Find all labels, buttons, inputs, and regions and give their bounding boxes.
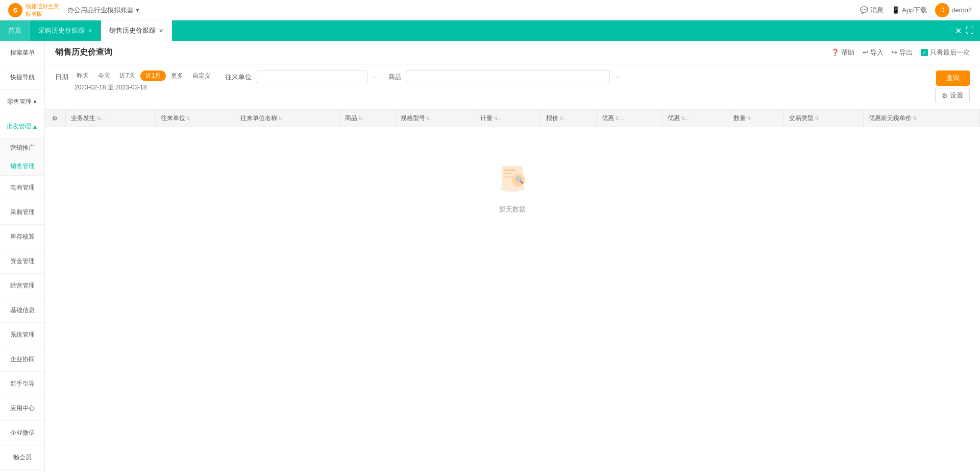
svg-rect-3 xyxy=(504,173,512,174)
date-range-display: 2023-02-18 至 2023-03-18 xyxy=(75,83,215,92)
tab-home[interactable]: 首页 xyxy=(0,20,30,41)
import-button[interactable]: ↩ 导入 xyxy=(863,48,884,57)
table-col-pretax-price[interactable]: 优惠前无税单价⇅ xyxy=(864,110,980,127)
table-col-discount2[interactable]: 优惠⇅... xyxy=(662,110,728,127)
table-col-partner-name[interactable]: 往来单位名称⇅ xyxy=(235,110,339,127)
sidebar-item-member[interactable]: 畅会员 xyxy=(0,445,44,470)
sidebar-item-marketing-promo[interactable]: 营销推广 xyxy=(0,139,44,157)
date-tab-7days[interactable]: 近7天 xyxy=(115,70,139,81)
date-tab-1month[interactable]: 近1月 xyxy=(140,70,166,81)
table-col-trade-type[interactable]: 交易类型⇅ xyxy=(783,110,864,127)
app-download-button[interactable]: 📱 App下载 xyxy=(892,6,927,15)
download-icon: 📱 xyxy=(892,6,900,14)
product-input[interactable] xyxy=(406,70,610,83)
export-button[interactable]: ↪ 导出 xyxy=(892,48,913,57)
sidebar-item-search-menu[interactable]: 搜索菜单 xyxy=(0,41,44,65)
sidebar-item-new-guide[interactable]: 新手引导 xyxy=(0,372,44,396)
table-col-partner-code[interactable]: 往来单位⇅ xyxy=(155,110,235,127)
app-selector[interactable]: 办公用品行业模拟账套 ▾ xyxy=(63,4,143,17)
date-tab-yesterday[interactable]: 昨天 xyxy=(72,70,93,81)
content-area: 销售历史价查询 ❓ 帮助 ↩ 导入 ↪ 导出 ✓ xyxy=(45,41,980,472)
header-left: 6 畅捷通好生意 标准版 办公用品行业模拟账套 ▾ xyxy=(8,3,143,17)
message-button[interactable]: 💬 消息 xyxy=(860,6,884,15)
partner-filter-label: 往来单位 xyxy=(225,70,252,82)
close-all-tabs-button[interactable]: ✕ xyxy=(955,26,962,36)
settings-button[interactable]: ⚙ 设置 xyxy=(935,88,970,103)
sidebar-item-retail-mgmt[interactable]: 零售管理 ▼ xyxy=(0,90,44,114)
table-col-quoted-price[interactable]: 报价⇅ xyxy=(541,110,596,127)
svg-text:🔍: 🔍 xyxy=(516,176,524,184)
product-more-icon[interactable]: ··· xyxy=(613,73,620,82)
sort-icon: ⇅ xyxy=(615,115,619,121)
logo-text: 畅捷通好生意 标准版 xyxy=(26,3,59,17)
page-content: 销售历史价查询 ❓ 帮助 ↩ 导入 ↪ 导出 ✓ xyxy=(45,41,980,472)
close-tab-sales[interactable]: ✕ xyxy=(159,28,163,34)
tab-sales-history[interactable]: 销售历史价跟踪 ✕ xyxy=(101,20,172,41)
partner-input[interactable] xyxy=(256,70,368,83)
sidebar-item-quick-nav[interactable]: 快捷导航 xyxy=(0,65,44,90)
sidebar-item-wholesale-mgmt[interactable]: 批发管理 ▲ xyxy=(0,114,44,139)
table-col-quantity[interactable]: 数量⇅ xyxy=(728,110,783,127)
product-input-group: ··· xyxy=(406,70,620,83)
sidebar-item-fund-mgmt[interactable]: 资金管理 xyxy=(0,249,44,274)
close-tab-purchase[interactable]: ✕ xyxy=(88,28,92,34)
sort-icon: ⇅ xyxy=(426,115,430,121)
table-header: ⚙ 业务发生⇅... 往来单位⇅ 往来单位名称⇅ 商品⇅ xyxy=(45,110,980,127)
logo-icon: 6 xyxy=(8,3,22,17)
sort-icon: ⇅ xyxy=(96,115,101,121)
sidebar-item-enterprise-wechat[interactable]: 企业微信 xyxy=(0,421,44,445)
only-last-checkbox[interactable]: ✓ 只看最后一次 xyxy=(921,48,970,57)
sidebar-item-app-center[interactable]: 应用中心 xyxy=(0,396,44,421)
help-button[interactable]: ❓ 帮助 xyxy=(831,48,854,57)
sidebar-item-inventory-calc[interactable]: 库存核算 xyxy=(0,225,44,249)
sort-icon: ⇅ xyxy=(747,115,751,121)
sidebar-item-basic-info[interactable]: 基础信息 xyxy=(0,298,44,323)
table-col-discount1[interactable]: 优惠⇅... xyxy=(596,110,662,127)
svg-rect-4 xyxy=(504,176,514,177)
sort-icon: ⇅ xyxy=(913,115,917,121)
data-table: ⚙ 业务发生⇅... 往来单位⇅ 往来单位名称⇅ 商品⇅ xyxy=(45,110,980,127)
product-filter-label: 商品 xyxy=(388,70,402,82)
message-icon: 💬 xyxy=(860,6,868,14)
tab-purchase-history[interactable]: 采购历史价跟踪 ✕ xyxy=(30,20,101,41)
user-menu[interactable]: D demo2 xyxy=(935,3,972,17)
chevron-down-icon: ▾ xyxy=(136,6,139,14)
sidebar-item-purchase-mgmt[interactable]: 采购管理 xyxy=(0,200,44,225)
date-tab-today[interactable]: 今天 xyxy=(94,70,114,81)
partner-more-icon[interactable]: ··· xyxy=(371,73,378,82)
table-col-biz-date[interactable]: 业务发生⇅... xyxy=(65,110,155,127)
chevron-down-icon: ▼ xyxy=(33,99,38,105)
sort-icon: ⇅ xyxy=(494,115,498,121)
query-button[interactable]: 查询 xyxy=(936,70,970,86)
date-tab-custom[interactable]: 自定义 xyxy=(188,70,215,81)
date-filter-content: 昨天 今天 近7天 近1月 更多 自定义 2023-02-18 至 2023-0… xyxy=(72,70,215,92)
sidebar-item-operations-mgmt[interactable]: 经营管理 xyxy=(0,274,44,298)
sort-icon: ⇅ xyxy=(815,115,819,121)
date-filter-group: 日期 昨天 今天 近7天 近1月 更多 自定义 2023-02-18 至 202… xyxy=(55,70,215,92)
chevron-up-icon: ▲ xyxy=(32,123,38,130)
date-tabs: 昨天 今天 近7天 近1月 更多 自定义 xyxy=(72,70,215,81)
tab-bar: 首页 采购历史价跟踪 ✕ 销售历史价跟踪 ✕ ✕ ⛶ xyxy=(0,20,980,41)
table-col-unit[interactable]: 计量⇅... xyxy=(475,110,541,127)
table-col-spec[interactable]: 规格型号⇅ xyxy=(395,110,475,127)
sidebar-item-sales-mgmt[interactable]: 销售管理 xyxy=(0,157,44,176)
svg-rect-2 xyxy=(504,169,516,171)
table-col-product[interactable]: 商品⇅ xyxy=(339,110,395,127)
logo-area: 6 畅捷通好生意 标准版 xyxy=(8,3,59,17)
partner-filter-group: 往来单位 ··· xyxy=(225,70,378,83)
sort-icon: ⇅ xyxy=(186,115,190,121)
main-layout: 搜索菜单 快捷导航 零售管理 ▼ 批发管理 ▲ 营销推广 销售管理 电商管理 采… xyxy=(0,41,980,472)
date-filter-label: 日期 xyxy=(55,70,68,82)
sort-icon: ⇅ xyxy=(278,115,282,121)
filter-right-actions: 查询 ⚙ 设置 xyxy=(935,70,970,103)
date-tab-more[interactable]: 更多 xyxy=(167,70,187,81)
import-icon: ↩ xyxy=(863,49,868,56)
empty-state: 🔍 暂无数据 xyxy=(45,127,980,245)
sidebar-item-enterprise-coop[interactable]: 企业协同 xyxy=(0,347,44,372)
sidebar-item-system-mgmt[interactable]: 系统管理 xyxy=(0,323,44,347)
table-container: ⚙ 业务发生⇅... 往来单位⇅ 往来单位名称⇅ 商品⇅ xyxy=(45,110,980,472)
checkbox-icon: ✓ xyxy=(921,49,928,56)
maximize-button[interactable]: ⛶ xyxy=(966,26,974,35)
table-col-gear[interactable]: ⚙ xyxy=(45,110,65,127)
sidebar-item-ecommerce-mgmt[interactable]: 电商管理 xyxy=(0,176,44,200)
